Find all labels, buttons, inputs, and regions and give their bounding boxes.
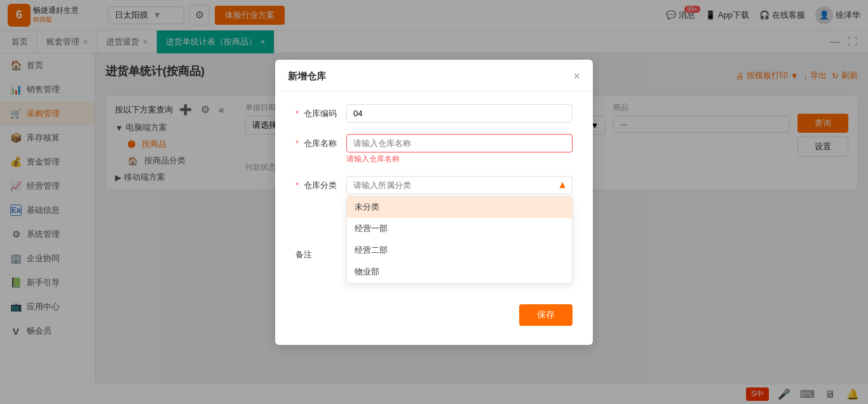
modal-body: * 仓库编码 * 仓库名称 请输入仓库名称 [275,91,593,285]
save-button[interactable]: 保存 [519,304,573,326]
name-field-row: * 仓库名称 请输入仓库名称 [295,134,573,165]
category-toggle-btn[interactable]: ▲ [557,179,567,191]
name-input[interactable] [346,134,573,152]
code-field [346,104,573,123]
category-input-wrap: ▲ [346,176,573,194]
modal-close-btn[interactable]: × [573,70,580,83]
code-required: * [295,109,299,118]
category-field: ▲ 未分类 经营一部 经营二部 物业部 [346,176,573,194]
new-warehouse-modal: 新增仓库 × * 仓库编码 * 仓库名称 [275,60,593,345]
category-input[interactable] [346,176,573,194]
name-error-msg: 请输入仓库名称 [346,154,573,165]
dropdown-item-property[interactable]: 物业部 [347,261,572,283]
dropdown-item-dept1[interactable]: 经营一部 [347,218,572,239]
code-field-row: * 仓库编码 [295,104,573,123]
category-dropdown: 未分类 经营一部 经营二部 物业部 [346,196,573,283]
category-required: * [295,180,299,190]
code-label: * 仓库编码 [295,104,346,119]
name-required: * [295,138,299,148]
note-label: 备注 [295,245,346,260]
modal-title: 新增仓库 [288,71,326,83]
name-field: 请输入仓库名称 [346,134,573,165]
dropdown-item-unclassified[interactable]: 未分类 [347,196,572,218]
category-label: * 仓库分类 [295,176,346,191]
code-input[interactable] [346,104,573,123]
dropdown-item-dept2[interactable]: 经营二部 [347,239,572,261]
modal-overlay: 新增仓库 × * 仓库编码 * 仓库名称 [0,0,868,404]
modal-header: 新增仓库 × [275,60,593,91]
modal-footer: 保存 [275,297,593,326]
category-field-row: * 仓库分类 ▲ 未分类 经营一部 经营二部 物业部 [295,176,573,194]
name-label: * 仓库名称 [295,134,346,149]
